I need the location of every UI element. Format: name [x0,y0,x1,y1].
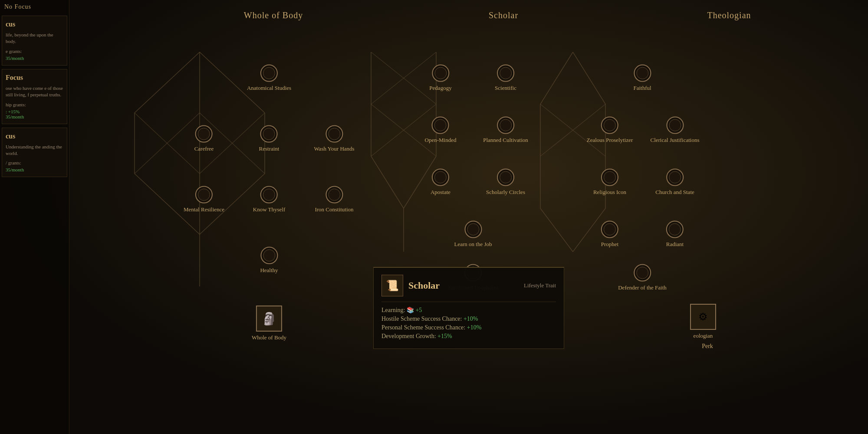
node-label-carefree: Carefree [194,145,214,153]
node-defender-of-faith[interactable]: Defender of the Faith [618,264,667,292]
sidebar-item-3-bonus: 35/month [6,167,63,172]
tooltip-header: 📜 Scholar Lifestyle Trait [381,275,556,296]
tooltip-stat-learning-value: +5 [415,307,422,313]
node-circle-mental-resilience [195,186,213,204]
node-circle-open-minded [432,117,449,134]
node-label-scientific: Scientific [495,85,516,92]
node-label-healthy: Healthy [260,267,278,274]
node-clerical-justifications[interactable]: Clerical Justifications [650,117,699,144]
tooltip-stat-hostile-label: Hostile Scheme Success Chance: [381,316,462,322]
perk-label: Perk [690,343,725,350]
node-zealous-proselytizer[interactable]: Zealous Proselytizer [587,117,633,144]
node-circle-church-and-state [666,169,684,186]
node-circle-defender-of-faith [634,264,651,282]
trait-icon-whole-of-body[interactable]: 🗿 Whole of Body [252,306,286,341]
sidebar-item-3[interactable]: cus Understanding the anding the world. … [2,128,67,178]
tooltip-stat-hostile-value: +10% [464,316,478,322]
node-circle-faithful [634,65,651,82]
svg-line-33 [540,208,573,252]
node-circle-carefree [195,125,213,143]
node-circle-know-thyself [260,186,278,204]
node-label-religious-icon: Religious Icon [593,189,626,196]
node-circle-religious-icon [601,169,618,186]
sidebar-item-1-desc: life, beyond the upon the body. [6,32,63,45]
node-mental-resilience[interactable]: Mental Resilience [184,186,224,214]
node-church-and-state[interactable]: Church and State [655,169,694,196]
node-label-prophet: Prophet [601,241,618,248]
main-container: No Focus cus life, beyond the upon the b… [0,0,868,434]
trait-icon-theologian[interactable]: ⚙ eologian [690,304,716,339]
tooltip-stat-personal-value: +10% [467,324,482,331]
node-label-wash-your-hands: Wash Your Hands [314,145,354,153]
sidebar-item-2-bonus1: : +15% [6,109,63,114]
node-know-thyself[interactable]: Know Thyself [253,186,286,214]
node-prophet[interactable]: Prophet [601,221,618,248]
node-iron-constitution[interactable]: Iron Constitution [315,186,353,214]
tooltip-stat-hostile: Hostile Scheme Success Chance: +10% [381,316,556,322]
node-anatomical-studies[interactable]: Anatomical Studies [247,65,291,92]
sidebar-item-1[interactable]: cus life, beyond the upon the body. e gr… [2,16,67,66]
theologian-icon-label: eologian [694,332,713,339]
node-pedagogy[interactable]: Pedagogy [429,65,451,92]
node-label-pedagogy: Pedagogy [429,85,451,92]
node-circle-wash-your-hands [326,125,343,143]
node-scholarly-circles[interactable]: Scholarly Circles [486,169,525,196]
tooltip-type: Lifestyle Trait [524,282,556,289]
node-label-know-thyself: Know Thyself [253,206,286,214]
node-wash-your-hands[interactable]: Wash Your Hands [314,125,354,153]
col-header-whole-of-body: Whole of Body [244,10,303,20]
node-planned-cultivation[interactable]: Planned Cultivation [483,117,528,144]
node-circle-restraint [260,125,278,143]
svg-line-26 [573,52,605,104]
tooltip-stat-learning: Learning: 📚 +5 [381,306,556,314]
tooltip-popup: 📜 Scholar Lifestyle Trait Learning: 📚 +5… [373,267,564,349]
svg-line-34 [573,208,605,252]
sidebar-item-2-bonus2: 35/month [6,114,63,119]
node-circle-learn-on-the-job [464,221,482,238]
node-circle-planned-cultivation [497,117,514,134]
node-circle-scientific [497,65,514,82]
node-label-scholarly-circles: Scholarly Circles [486,189,525,196]
svg-line-16 [371,52,436,104]
node-label-faithful: Faithful [633,85,651,92]
node-healthy[interactable]: Healthy [260,247,278,274]
node-circle-zealous-proselytizer [601,117,618,134]
tooltip-stat-development: Development Growth: +15% [381,333,556,340]
node-label-mental-resilience: Mental Resilience [184,206,224,214]
sidebar-item-3-desc: Understanding the anding the world. [6,144,63,157]
node-label-planned-cultivation: Planned Cultivation [483,137,528,144]
sidebar-item-2[interactable]: Focus ose who have come e of those still… [2,69,67,124]
node-circle-anatomical-studies [260,65,278,82]
svg-line-6 [135,113,200,174]
node-restraint[interactable]: Restraint [259,125,279,153]
node-label-defender-of-faith: Defender of the Faith [618,284,667,292]
node-apostate[interactable]: Apostate [431,169,450,196]
tooltip-title: Scholar [408,280,519,291]
tooltip-stat-development-value: +15% [437,333,452,339]
node-radiant[interactable]: Radiant [666,221,684,248]
node-open-minded[interactable]: Open-Minded [425,117,457,144]
sidebar-item-2-desc: ose who have come e of those still livin… [6,85,63,99]
node-learn-on-the-job[interactable]: Learn on the Job [454,221,492,248]
sidebar-item-1-bonus: 35/month [6,56,63,61]
tooltip-stat-personal: Personal Scheme Success Chance: +10% [381,324,556,331]
node-label-iron-constitution: Iron Constitution [315,206,353,214]
node-label-learn-on-the-job: Learn on the Job [454,241,492,248]
node-faithful[interactable]: Faithful [633,65,651,92]
node-circle-scholarly-circles [497,169,514,186]
node-carefree[interactable]: Carefree [194,125,214,153]
node-religious-icon[interactable]: Religious Icon [593,169,626,196]
sidebar-item-1-title: cus [6,20,63,28]
node-scientific[interactable]: Scientific [495,65,516,92]
tooltip-stat-personal-label: Personal Scheme Success Chance: [381,324,465,331]
col-header-theologian: Theologian [707,10,751,20]
node-circle-clerical-justifications [666,117,684,134]
svg-line-17 [371,52,436,104]
svg-line-25 [540,52,573,104]
sidebar-item-3-title: cus [6,132,63,140]
sidebar-item-1-grants: e grants: [6,49,63,54]
sidebar: No Focus cus life, beyond the upon the b… [0,0,69,434]
sidebar-item-3-grants: / grants: [6,160,63,165]
col-header-scholar: Scholar [489,10,518,20]
node-circle-pedagogy [432,65,449,82]
